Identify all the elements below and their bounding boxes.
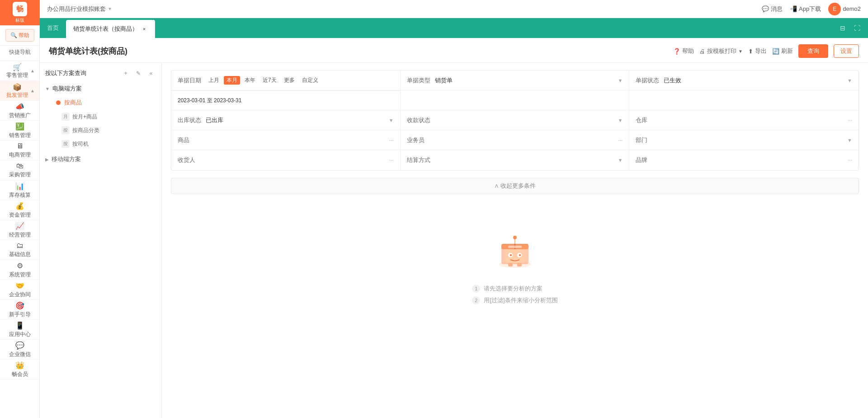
edit-scheme-button[interactable]: ✎ bbox=[133, 68, 143, 78]
date-current-month[interactable]: 本月 bbox=[224, 76, 240, 85]
collectstatus-dropdown-icon[interactable]: ▼ bbox=[618, 118, 623, 123]
outstatus-dropdown-icon[interactable]: ▼ bbox=[389, 118, 394, 123]
date-tags: 上月 本月 本年 近7天 更多 自定义 bbox=[206, 76, 321, 85]
docstatus-dropdown-icon[interactable]: ▼ bbox=[847, 78, 852, 83]
collapse-panel-button[interactable]: « bbox=[146, 68, 156, 78]
export-label: 导出 bbox=[755, 47, 767, 55]
main-nav: 🛒 零售管理 ▲ 📦 批发管理 ▲ 📣 营销推广 💹 销售管理 🖥 电商管理 🛍 bbox=[0, 61, 39, 418]
department-dropdown-icon[interactable]: ▼ bbox=[847, 138, 852, 143]
industry-dropdown[interactable]: 办公用品行业模拟账套 ▼ bbox=[47, 5, 112, 13]
scheme-panel-icons: + ✎ « bbox=[121, 68, 156, 78]
user-area[interactable]: E demo2 bbox=[828, 3, 861, 15]
sidebar-item-system[interactable]: ⚙ 系统管理 bbox=[0, 260, 39, 280]
help-button[interactable]: ❓ 帮助 bbox=[673, 47, 694, 55]
sidebar-item-sales[interactable]: 💹 销售管理 bbox=[0, 121, 39, 141]
pc-group-header[interactable]: ▼ 电脑端方案 bbox=[40, 82, 161, 95]
sidebar-item-basic[interactable]: 🗂 基础信息 bbox=[0, 240, 39, 260]
tab-bar: 首页 销货单统计表（按商品） × ⊟ ⛶ bbox=[40, 18, 868, 38]
filter-panel: 单据日期 上月 本月 本年 近7天 更多 自定义 bbox=[162, 63, 868, 418]
sidebar-item-retail[interactable]: 🛒 零售管理 ▲ bbox=[0, 61, 39, 81]
member-label: 畅会员 bbox=[12, 370, 28, 378]
salesman-more-icon[interactable]: ··· bbox=[618, 137, 623, 143]
username-label: demo2 bbox=[843, 5, 861, 12]
home-tab[interactable]: 首页 bbox=[40, 18, 66, 38]
sidebar-item-appstore[interactable]: 📱 应用中心 bbox=[0, 320, 39, 340]
sidebar-item-guide[interactable]: 🎯 新手引导 bbox=[0, 300, 39, 320]
date-7days[interactable]: 近7天 bbox=[260, 76, 279, 85]
template-print-button[interactable]: 🖨 按模板打印 ▼ bbox=[699, 47, 743, 55]
search-menu-button[interactable]: 🔍 帮助 bbox=[5, 29, 34, 42]
date-more[interactable]: 更多 bbox=[281, 76, 297, 85]
brand-more-icon[interactable]: ··· bbox=[848, 157, 852, 163]
empty-tip-2: 2 用[过滤]条件来缩小分析范围 bbox=[472, 296, 557, 304]
collectstatus-filter-label: 收款状态 bbox=[407, 116, 431, 124]
filter-receiver-cell: 收货人 ··· bbox=[171, 150, 401, 170]
refresh-icon: 🔄 bbox=[772, 48, 779, 55]
date-year[interactable]: 本年 bbox=[242, 76, 258, 85]
system-icon: ⚙ bbox=[17, 261, 23, 270]
payment-dropdown-icon[interactable]: ▼ bbox=[618, 157, 623, 163]
page-title: 销货单统计表(按商品) bbox=[49, 46, 127, 57]
message-label: 消息 bbox=[771, 5, 783, 13]
finance-icon: 💰 bbox=[15, 202, 24, 210]
goods-more-icon[interactable]: ··· bbox=[389, 137, 394, 143]
date-custom[interactable]: 自定义 bbox=[299, 76, 321, 85]
sidebar-item-purchase[interactable]: 🛍 采购管理 bbox=[0, 161, 39, 180]
sidebar-item-member[interactable]: 👑 畅会员 bbox=[0, 360, 39, 380]
appstore-label: 应用中心 bbox=[9, 331, 31, 338]
date-prev-month[interactable]: 上月 bbox=[206, 76, 222, 85]
enterprise-icon: 🤝 bbox=[15, 281, 24, 290]
scheme-goods-label: 按商品 bbox=[64, 99, 82, 107]
appstore-icon: 📱 bbox=[15, 321, 24, 330]
empty-tips: 1 请先选择要分析的方案 2 用[过滤]条件来缩小分析范围 bbox=[472, 285, 557, 304]
wholesale-icon: 📦 bbox=[13, 83, 22, 91]
mobile-group-header[interactable]: ▶ 移动端方案 bbox=[40, 152, 161, 166]
department-filter-label: 部门 bbox=[636, 136, 660, 144]
tab-bar-right: ⊟ ⛶ bbox=[837, 23, 868, 33]
wechat-icon: 💬 bbox=[15, 341, 24, 350]
tip-num-2: 2 bbox=[472, 296, 480, 304]
scheme-month-icon: 月 bbox=[61, 113, 70, 121]
warehouse-more-icon[interactable]: ··· bbox=[848, 117, 852, 124]
header-right: 💬 消息 📲 App下载 E demo2 bbox=[762, 3, 861, 15]
sidebar-item-wechat[interactable]: 💬 企业微信 bbox=[0, 340, 39, 360]
export-button[interactable]: ⬆ 导出 bbox=[748, 47, 767, 55]
settings-button[interactable]: 设置 bbox=[834, 44, 859, 58]
content-body: 按以下方案查询 + ✎ « ▼ 电脑端方案 按商品 bbox=[40, 63, 868, 418]
guide-label: 新手引导 bbox=[9, 311, 31, 318]
sidebar-item-marketing[interactable]: 📣 营销推广 bbox=[0, 101, 39, 121]
receiver-more-icon[interactable]: ··· bbox=[389, 157, 394, 163]
sidebar-item-enterprise[interactable]: 🤝 企业协同 bbox=[0, 280, 39, 300]
current-tab[interactable]: 销货单统计表（按商品） × bbox=[66, 20, 155, 38]
doctype-dropdown-icon[interactable]: ▼ bbox=[618, 78, 623, 83]
scheme-by-category[interactable]: 按 按商品分类 bbox=[40, 124, 161, 137]
pc-group-triangle: ▼ bbox=[45, 86, 50, 91]
print-dropdown-icon: ▼ bbox=[738, 49, 743, 54]
basic-label: 基础信息 bbox=[9, 251, 31, 258]
tab-close-button[interactable]: × bbox=[141, 25, 148, 33]
sidebar-item-operations[interactable]: 📈 经营管理 bbox=[0, 220, 39, 240]
sales-icon: 💹 bbox=[15, 122, 24, 131]
scheme-by-goods[interactable]: 按商品 bbox=[40, 95, 161, 110]
message-button[interactable]: 💬 消息 bbox=[762, 5, 783, 13]
docstatus-filter-value: 已生效 bbox=[664, 76, 844, 85]
maximize-button[interactable]: ⛶ bbox=[852, 23, 863, 33]
collapse-conditions-button[interactable]: ∧ 收起更多条件 bbox=[171, 178, 859, 194]
scheme-by-month-goods[interactable]: 月 按月+商品 bbox=[40, 110, 161, 124]
message-icon: 💬 bbox=[762, 5, 769, 12]
scheme-panel-title: 按以下方案查询 bbox=[45, 69, 86, 77]
filter-brand-cell: 品牌 ··· bbox=[629, 150, 859, 170]
add-scheme-button[interactable]: + bbox=[121, 68, 131, 78]
wechat-label: 企业微信 bbox=[9, 351, 31, 358]
refresh-button[interactable]: 🔄 刷新 bbox=[772, 47, 793, 55]
page-header: 销货单统计表(按商品) ❓ 帮助 🖨 按模板打印 ▼ ⬆ 导出 🔄 刷新 bbox=[40, 38, 868, 63]
sidebar-item-wholesale[interactable]: 📦 批发管理 ▲ bbox=[0, 81, 39, 101]
app-download-button[interactable]: 📲 App下载 bbox=[790, 5, 821, 13]
scheme-by-driver[interactable]: 按 按司机 bbox=[40, 137, 161, 151]
sidebar-item-finance[interactable]: 💰 资金管理 bbox=[0, 200, 39, 220]
minimize-button[interactable]: ⊟ bbox=[837, 23, 848, 33]
sidebar-item-ecommerce[interactable]: 🖥 电商管理 bbox=[0, 141, 39, 161]
sidebar-item-inventory[interactable]: 📊 库存核算 bbox=[0, 180, 39, 200]
query-button[interactable]: 查询 bbox=[798, 44, 828, 58]
refresh-label: 刷新 bbox=[781, 47, 793, 55]
